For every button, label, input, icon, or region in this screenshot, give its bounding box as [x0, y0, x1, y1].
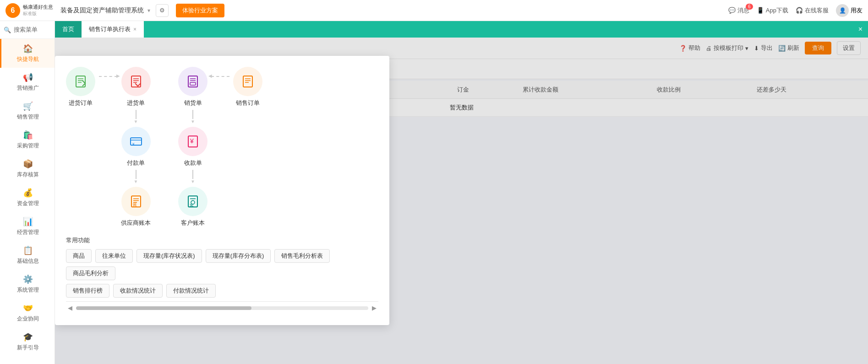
sidebar-item-basic[interactable]: 📋 基础信息 — [0, 241, 55, 270]
flow-node-purchase-bill[interactable]: 进货单 — [121, 67, 151, 107]
scroll-left-icon[interactable]: ◀ — [66, 304, 74, 311]
func-btn-partner[interactable]: 往来单位 — [95, 249, 133, 263]
arrow-v-3: ▼ — [134, 167, 138, 187]
flow-col-1: 进货订单 — [66, 67, 95, 107]
sales-icon: 🛒 — [23, 101, 33, 111]
flow-diagram: 进货订单 ▶ — [66, 67, 378, 227]
newbie-icon: 🎓 — [23, 332, 33, 342]
inventory-icon: 📦 — [23, 159, 33, 169]
logo-text-line2: 标准版 — [23, 11, 53, 17]
receipt-bill-icon: ¥ — [186, 134, 200, 149]
popup-box: 进货订单 ▶ — [55, 56, 389, 325]
flow-node-sales-bill[interactable]: 销货单 — [178, 67, 207, 107]
sidebar-item-label-operation: 经营管理 — [17, 228, 39, 236]
flow-node-supplier-ledger[interactable]: 账 供应商账本 — [121, 187, 151, 227]
arrow-h-2: ◀ — [207, 67, 233, 90]
purchase-bill-circle — [121, 67, 151, 96]
user-area[interactable]: 👤 用友 — [836, 4, 863, 17]
purchase-icon: 🛍️ — [23, 130, 33, 140]
arrow-v-4: ▼ — [191, 167, 195, 187]
headset-icon: 🎧 — [796, 7, 803, 14]
sidebar-item-operation[interactable]: 📊 经营管理 — [0, 212, 55, 241]
customer-ledger-label: 客户账本 — [181, 219, 205, 227]
svg-rect-26 — [243, 76, 252, 87]
supplier-ledger-icon: 账 — [129, 194, 143, 209]
online-service-button[interactable]: 🎧 在线客服 — [796, 6, 829, 15]
svg-text:账: 账 — [133, 202, 137, 207]
tab-bar-close-icon[interactable]: × — [853, 25, 868, 33]
func-btn-stock-status[interactable]: 现存量(库存状况表) — [136, 249, 202, 263]
scroll-thumb — [76, 306, 251, 310]
scroll-track[interactable] — [76, 306, 368, 310]
tab-home[interactable]: 首页 — [55, 21, 82, 38]
func-btn-payment-stat[interactable]: 付款情况统计 — [166, 284, 216, 298]
flow-node-customer-ledger[interactable]: 客 客户账本 — [178, 187, 207, 227]
sidebar-item-label-purchase: 采购管理 — [17, 142, 39, 150]
system-icon: ⚙️ — [23, 274, 33, 284]
sales-bill-icon — [186, 74, 200, 89]
online-service-label: 在线客服 — [805, 6, 829, 15]
home-icon: 🏠 — [23, 43, 33, 54]
header-right: 💬 消息 6 📱 App下载 🎧 在线客服 👤 用友 — [728, 4, 863, 17]
sidebar-item-system[interactable]: ⚙️ 系统管理 — [0, 270, 55, 299]
try-button[interactable]: 体验行业方案 — [176, 4, 224, 17]
sidebar-item-enterprise[interactable]: 🤝 企业协同 — [0, 299, 55, 327]
arrow-v-1: ▼ — [134, 107, 138, 127]
func-btn-sales-profit[interactable]: 销售毛利分析表 — [274, 249, 330, 263]
logo-text-block: 畅康通好生意 标准版 — [23, 4, 53, 16]
arrow-h-1: ▶ — [95, 67, 121, 90]
message-icon: 💬 — [728, 7, 736, 14]
sidebar-item-purchase[interactable]: 🛍️ 采购管理 — [0, 125, 55, 154]
func-btn-receipt-stat[interactable]: 收款情况统计 — [113, 284, 163, 298]
app-download-label: App下载 — [766, 6, 788, 15]
sidebar-item-label-finance: 资金管理 — [17, 200, 39, 207]
sidebar-item-finance[interactable]: 💰 资金管理 — [0, 183, 55, 212]
sidebar-item-quick-nav[interactable]: 🏠 快捷导航 — [0, 39, 55, 68]
func-btn-goods[interactable]: 商品 — [66, 249, 92, 263]
func-buttons-row-1: 商品 往来单位 现存量(库存状况表) 现存量(库存分布表) 销售毛利分析表 商品… — [66, 249, 378, 280]
arrow-v-2: ▼ — [191, 107, 195, 127]
payment-bill-circle: ¥ — [121, 127, 151, 156]
title-dropdown-icon[interactable]: ▾ — [147, 7, 150, 14]
basic-icon: 📋 — [23, 245, 33, 255]
tab-sales-order[interactable]: 销售订单执行表 × — [82, 21, 144, 38]
app-download-button[interactable]: 📱 App下载 — [757, 6, 788, 15]
sales-bill-label: 销货单 — [184, 99, 202, 107]
flow-node-receipt-bill[interactable]: ¥ 收款单 — [178, 127, 207, 167]
flow-col-2: 进货单 ▼ — [121, 67, 151, 227]
common-funcs-title: 常用功能 — [66, 236, 378, 244]
sidebar-item-label-system: 系统管理 — [17, 286, 39, 294]
supplier-ledger-label: 供应商账本 — [121, 219, 151, 227]
message-button[interactable]: 💬 消息 6 — [728, 6, 749, 15]
flow-node-purchase-order[interactable]: 进货订单 — [66, 67, 95, 107]
sidebar-item-marketing[interactable]: 📢 营销推广 — [0, 68, 55, 97]
sidebar-item-label-newbie: 新手引导 — [17, 344, 39, 352]
receipt-bill-label: 收款单 — [184, 159, 202, 167]
search-icon: 🔍 — [4, 27, 11, 33]
sidebar-item-newbie[interactable]: 🎓 新手引导 — [0, 327, 55, 356]
func-btn-goods-profit[interactable]: 商品毛利分析 — [66, 266, 115, 280]
search-menu-button[interactable]: 🔍 搜索菜单 — [0, 21, 55, 39]
tab-close-icon[interactable]: × — [133, 21, 136, 38]
flow-node-payment-bill[interactable]: ¥ 付款单 — [121, 127, 151, 167]
flow-node-sales-order[interactable]: 销售订单 — [233, 67, 262, 107]
system-title-area: 装备及固定资产辅助管理系统 ▾ ⚙ 体验行业方案 — [60, 4, 728, 17]
payment-bill-label: 付款单 — [127, 159, 145, 167]
func-btn-stock-dist[interactable]: 现存量(库存分布表) — [206, 249, 271, 263]
logo-area: 6 畅康通好生意 标准版 — [5, 3, 60, 18]
enterprise-icon: 🤝 — [23, 303, 33, 313]
system-title: 装备及固定资产辅助管理系统 — [60, 6, 144, 15]
func-btn-sales-rank[interactable]: 销售排行榜 — [66, 284, 109, 298]
scroll-right-icon[interactable]: ▶ — [370, 304, 378, 311]
customer-ledger-icon: 客 — [186, 194, 200, 209]
sidebar-item-label-marketing: 营销推广 — [17, 84, 39, 92]
func-buttons-row-2: 销售排行榜 收款情况统计 付款情况统计 — [66, 284, 378, 298]
popup-overlay[interactable]: 进货订单 ▶ — [55, 38, 868, 364]
sales-order-circle — [233, 67, 262, 96]
logo-text-line1: 畅康通好生意 — [23, 4, 53, 10]
sidebar-item-label-quick-nav: 快捷导航 — [17, 55, 39, 63]
settings-icon[interactable]: ⚙ — [156, 4, 169, 17]
sidebar-item-inventory[interactable]: 📦 库存核算 — [0, 154, 55, 183]
purchase-order-icon — [73, 74, 88, 89]
sidebar-item-sales[interactable]: 🛒 销售管理 — [0, 97, 55, 125]
